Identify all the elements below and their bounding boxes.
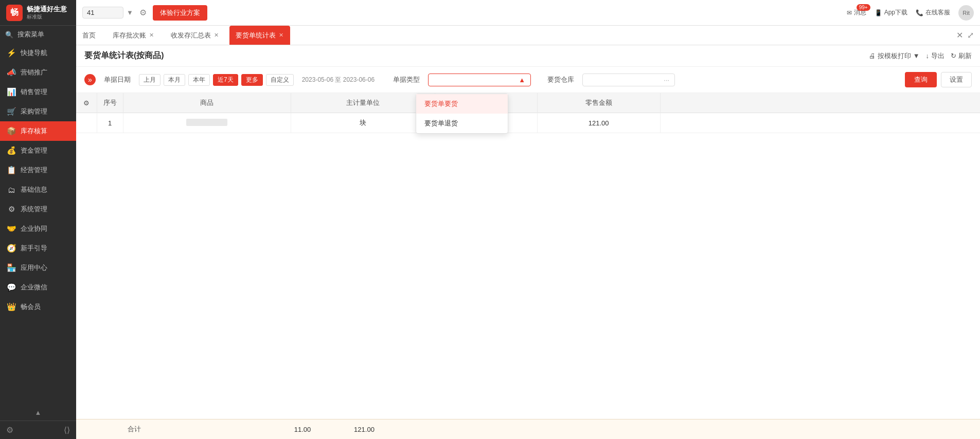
tab-close-receive-summary[interactable]: ✕ — [214, 32, 219, 39]
footer-label-spacer: 合计 — [76, 425, 272, 434]
search-menu[interactable]: 🔍 搜索菜单 — [0, 26, 76, 43]
dropdown-item-return[interactable]: 要货单退货 — [416, 114, 508, 133]
refresh-icon: ↻ — [951, 52, 956, 60]
type-select-arrow-icon: ▲ — [519, 76, 525, 84]
nav-icon-wechat: 💬 — [6, 283, 16, 292]
row-amount: 121.00 — [537, 113, 660, 133]
sidebar-item-enterprise[interactable]: 🤝 企业协同 — [0, 219, 76, 239]
col-extra — [660, 93, 980, 113]
print-dropdown-icon: ▼ — [913, 52, 920, 60]
date-range-display: 2023-05-06 至 2023-06-06 — [302, 76, 375, 84]
sidebar-bottom: ⚙ ⟨⟩ — [0, 420, 76, 439]
sidebar-item-guide[interactable]: 🧭 新手引导 — [0, 239, 76, 258]
dropdown-item-order[interactable]: 要货单要货 — [416, 94, 508, 114]
tab-dropdown-icon[interactable]: ▼ — [127, 9, 133, 16]
tab-inventory-batch[interactable]: 库存批次账 ✕ — [106, 26, 161, 45]
messages-badge: 99+ — [857, 4, 870, 11]
tab-order-stats[interactable]: 要货单统计表 ✕ — [229, 26, 290, 45]
date-btn-custom[interactable]: 自定义 — [266, 74, 294, 86]
message-icon: ✉ — [847, 9, 852, 16]
nav-icon-operation: 📋 — [6, 166, 16, 175]
date-btn-this-year[interactable]: 本年 — [188, 74, 210, 86]
nav-icon-enterprise: 🤝 — [6, 224, 16, 233]
messages-btn[interactable]: ✉ 消息 99+ — [847, 8, 866, 17]
filter-area: » 单据日期 上月 本月 本年 近7天 更多 自定义 2023-05-06 至 … — [76, 67, 980, 93]
nav-icon-sales: 📊 — [6, 87, 16, 97]
date-btn-recent7[interactable]: 近7天 — [213, 74, 238, 86]
sidebar-item-appstore[interactable]: 🏪 应用中心 — [0, 258, 76, 278]
refresh-btn[interactable]: ↻ 刷新 — [951, 51, 972, 61]
nav-icon-inventory: 📦 — [6, 126, 16, 136]
export-btn[interactable]: ↓ 导出 — [926, 51, 945, 61]
sidebar-collapse-btn[interactable]: ▲ — [0, 405, 76, 420]
app-download-btn[interactable]: 📱 App下载 — [875, 8, 907, 17]
logo-text: 畅捷通好生意 标准版 — [27, 5, 67, 21]
tabs-right-actions: ✕ ⤢ — [956, 30, 974, 40]
sidebar-item-sales[interactable]: 📊 销售管理 — [0, 82, 76, 102]
page-header-actions: 🖨 按模板打印 ▼ ↓ 导出 ↻ 刷新 — [869, 51, 972, 61]
row-extra — [660, 113, 980, 133]
sidebar-item-purchase[interactable]: 🛒 采购管理 — [0, 102, 76, 121]
set-button[interactable]: 设置 — [941, 72, 972, 87]
sidebar-item-system[interactable]: ⚙ 系统管理 — [0, 199, 76, 219]
settings-icon[interactable]: ⚙ — [6, 425, 13, 435]
online-service-btn[interactable]: 📞 在线客服 — [916, 8, 950, 17]
row-no: 1 — [97, 113, 123, 133]
page-content: 要货单统计表(按商品) 🖨 按模板打印 ▼ ↓ 导出 ↻ 刷新 — [76, 45, 980, 439]
nav-icon-appstore: 🏪 — [6, 263, 16, 272]
date-btn-more[interactable]: 更多 — [241, 74, 263, 86]
tab-close-inventory-batch[interactable]: ✕ — [149, 32, 154, 39]
type-label: 单据类型 — [393, 75, 420, 84]
product-placeholder — [186, 119, 227, 126]
tab-receive-summary[interactable]: 收发存汇总表 ✕ — [165, 26, 225, 45]
query-button[interactable]: 查询 — [905, 72, 937, 87]
warehouse-input[interactable]: ··· — [582, 74, 675, 86]
tab-number-input[interactable]: 41 — [82, 7, 123, 19]
row-gear — [76, 113, 97, 133]
type-select[interactable]: ▲ — [428, 74, 531, 86]
col-gear[interactable]: ⚙ — [76, 93, 97, 113]
sidebar-item-member[interactable]: 👑 畅会员 — [0, 297, 76, 317]
print-icon: 🖨 — [869, 52, 876, 60]
footer-quantity: 11.00 — [272, 426, 333, 433]
sidebar-item-marketing[interactable]: 📣 营销推广 — [0, 63, 76, 82]
nav-icon-guide: 🧭 — [6, 244, 16, 253]
tab-input-area: 41 ▼ — [82, 7, 133, 19]
col-product: 商品 — [123, 93, 291, 113]
nav-icon-marketing: 📣 — [6, 68, 16, 77]
table-row: 1 块 11.00 121.00 — [76, 113, 980, 133]
table-area: ⚙ 序号 商品 主计量单位 主数量 零售金额 1 — [76, 93, 980, 419]
sidebar-item-operation[interactable]: 📋 经营管理 — [0, 160, 76, 180]
col-unit: 主计量单位 — [291, 93, 435, 113]
nav-icon-system: ⚙ — [6, 205, 16, 214]
date-label: 单据日期 — [104, 75, 131, 84]
user-avatar[interactable]: Rit — [958, 5, 974, 21]
sidebar-item-shortcut[interactable]: ⚡ 快捷导航 — [0, 43, 76, 63]
minimize-icon[interactable]: ✕ — [956, 30, 963, 40]
logo-icon: 畅 — [6, 5, 23, 21]
print-template-btn[interactable]: 🖨 按模板打印 ▼ — [869, 51, 920, 61]
nav-icon-finance: 💰 — [6, 146, 16, 155]
main-table: ⚙ 序号 商品 主计量单位 主数量 零售金额 1 — [76, 93, 980, 133]
filter-toggle-btn[interactable]: » — [84, 74, 96, 85]
sidebar-item-wechat[interactable]: 💬 企业微信 — [0, 278, 76, 297]
sidebar: 畅 畅捷通好生意 标准版 🔍 搜索菜单 ⚡ 快捷导航 📣 营销推广 📊 销售管理… — [0, 0, 76, 439]
sidebar-nav: ⚡ 快捷导航 📣 营销推广 📊 销售管理 🛒 采购管理 📦 库存核算 💰 资金管… — [0, 43, 76, 405]
date-shortcuts: 上月 本月 本年 近7天 更多 自定义 — [139, 74, 294, 86]
date-btn-last-month[interactable]: 上月 — [139, 74, 161, 86]
nav-icon-basic: 🗂 — [6, 186, 16, 194]
trial-button[interactable]: 体验行业方案 — [153, 5, 207, 21]
col-no: 序号 — [97, 93, 123, 113]
sidebar-item-basic[interactable]: 🗂 基础信息 — [0, 180, 76, 199]
tab-close-order-stats[interactable]: ✕ — [279, 32, 283, 39]
filter-actions: 查询 设置 — [905, 72, 972, 87]
sidebar-item-finance[interactable]: 💰 资金管理 — [0, 141, 76, 160]
tab-home[interactable]: 首页 — [82, 26, 102, 45]
sidebar-item-inventory[interactable]: 📦 库存核算 — [0, 121, 76, 141]
header-gear-icon[interactable]: ⚙ — [139, 8, 147, 17]
app-logo: 畅 畅捷通好生意 标准版 — [0, 0, 76, 26]
maximize-icon[interactable]: ⤢ — [967, 30, 974, 40]
collapse-icon[interactable]: ⟨⟩ — [64, 425, 70, 435]
warehouse-more-icon: ··· — [664, 76, 669, 84]
date-btn-this-month[interactable]: 本月 — [164, 74, 185, 86]
